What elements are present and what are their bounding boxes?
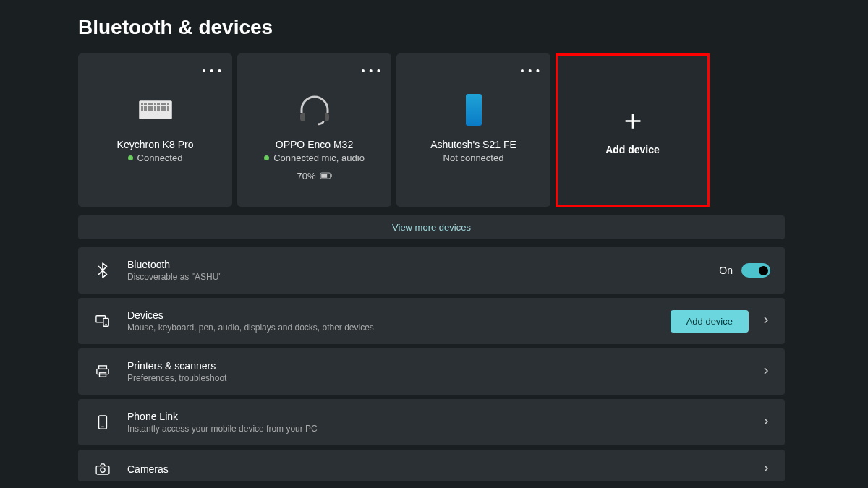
chevron-right-icon [762, 416, 770, 429]
svg-point-5 [106, 324, 106, 325]
battery-percent: 70% [297, 171, 315, 181]
chevron-right-icon [762, 365, 770, 378]
page-title: Bluetooth & devices [0, 0, 868, 53]
device-status: Connected mic, audio [273, 153, 365, 163]
device-tile-headset[interactable]: • • • OPPO Enco M32 Connected mic, audio… [237, 53, 391, 207]
setting-title: Bluetooth [127, 259, 719, 270]
phone-icon [466, 82, 482, 137]
svg-rect-8 [100, 373, 106, 377]
chevron-right-icon [762, 463, 770, 476]
device-tiles: • • • Keychron K8 Pro Connected • • • OP… [78, 53, 785, 207]
status-dot-icon [264, 155, 269, 160]
device-name: OPPO Enco M32 [276, 139, 353, 150]
setting-title: Phone Link [127, 411, 762, 422]
bluetooth-row: Bluetooth Discoverable as "ASHU" On [78, 247, 785, 294]
setting-subtitle: Discoverable as "ASHU" [127, 272, 719, 282]
svg-rect-1 [321, 174, 327, 178]
more-icon[interactable]: • • • [203, 65, 222, 77]
svg-rect-2 [331, 174, 332, 177]
devices-row[interactable]: Devices Mouse, keyboard, pen, audio, dis… [78, 298, 785, 344]
svg-point-12 [101, 468, 105, 472]
more-icon[interactable]: • • • [362, 65, 381, 77]
add-device-button[interactable]: Add device [671, 310, 749, 333]
toggle-state-label: On [719, 265, 733, 276]
battery-icon [320, 171, 332, 181]
setting-subtitle: Mouse, keyboard, pen, audio, displays an… [127, 322, 671, 333]
phone-link-icon [93, 415, 113, 429]
keyboard-icon [139, 82, 172, 137]
device-status: Not connected [443, 153, 504, 163]
status-dot-icon [128, 155, 133, 160]
add-device-label: Add device [605, 144, 660, 155]
view-more-devices-link[interactable]: View more devices [78, 215, 785, 239]
printers-row[interactable]: Printers & scanners Preferences, trouble… [78, 348, 785, 395]
chevron-right-icon [762, 314, 770, 328]
bluetooth-icon [93, 262, 113, 278]
bluetooth-toggle[interactable] [741, 263, 770, 278]
device-name: Keychron K8 Pro [117, 139, 194, 150]
camera-icon [93, 463, 113, 475]
setting-title: Devices [127, 309, 671, 321]
device-tile-phone[interactable]: • • • Ashutosh's S21 FE Not connected [396, 53, 550, 207]
setting-title: Printers & scanners [127, 360, 762, 372]
setting-subtitle: Instantly access your mobile device from… [127, 424, 762, 434]
device-name: Ashutosh's S21 FE [430, 139, 516, 150]
add-device-tile[interactable]: ＋ Add device [556, 53, 710, 207]
svg-rect-7 [97, 369, 109, 374]
printer-icon [93, 365, 113, 378]
headset-icon [297, 82, 332, 137]
devices-icon [93, 314, 113, 328]
setting-subtitle: Preferences, troubleshoot [127, 373, 762, 383]
phone-link-row[interactable]: Phone Link Instantly access your mobile … [78, 399, 785, 445]
cameras-row[interactable]: Cameras [78, 450, 785, 481]
setting-title: Cameras [127, 463, 762, 475]
device-tile-keyboard[interactable]: • • • Keychron K8 Pro Connected [78, 53, 232, 207]
device-status: Connected [137, 153, 183, 163]
more-icon[interactable]: • • • [521, 65, 540, 77]
plus-icon: ＋ [618, 105, 647, 134]
svg-rect-11 [96, 466, 109, 475]
